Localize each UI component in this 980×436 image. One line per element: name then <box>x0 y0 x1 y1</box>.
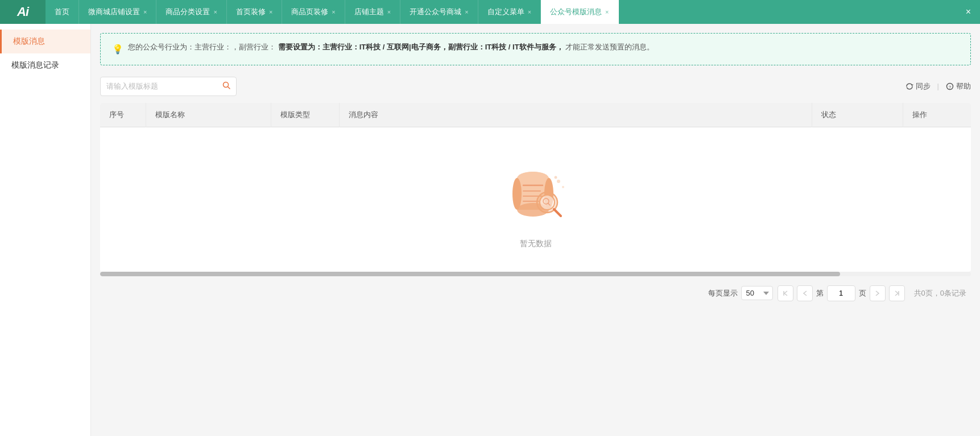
nav-item-custom-menu-label: 自定义菜单 <box>487 7 524 17</box>
nav-item-open-mall[interactable]: 开通公众号商城 × <box>400 0 478 24</box>
nav-item-home-decoration-close[interactable]: × <box>269 9 272 15</box>
search-input-wrap[interactable] <box>100 77 237 96</box>
sidebar: 模版消息 模版消息记录 <box>0 24 91 436</box>
col-seq: 序号 <box>100 103 146 127</box>
nav-item-custom-menu[interactable]: 自定义菜单 × <box>478 0 541 24</box>
nav-item-product-page-close[interactable]: × <box>332 9 335 15</box>
col-type: 模版类型 <box>271 103 339 127</box>
notice-prefix: 您的公众号行业为：主营行业：，副营行业： <box>128 43 276 51</box>
main-layout: 模版消息 模版消息记录 💡 您的公众号行业为：主营行业：，副营行业： 需要设置为… <box>0 24 980 436</box>
sidebar-item-template-msg[interactable]: 模版消息 <box>0 30 90 53</box>
content-area: 💡 您的公众号行业为：主营行业：，副营行业： 需要设置为：主营行业：IT科技 /… <box>91 24 980 436</box>
empty-text: 暂无数据 <box>100 239 971 249</box>
nav-item-open-mall-label: 开通公众号商城 <box>410 7 461 17</box>
sync-button[interactable]: 同步 <box>905 81 931 92</box>
svg-point-15 <box>540 195 555 210</box>
page-navigation: 第 页 <box>778 285 905 301</box>
toolbar-right: 同步 | ? 帮助 <box>905 81 971 92</box>
page-label-post: 页 <box>859 288 866 298</box>
sidebar-item-template-msg-log[interactable]: 模版消息记录 <box>0 53 90 77</box>
sidebar-item-template-msg-log-label: 模版消息记录 <box>11 60 59 69</box>
empty-state: 暂无数据 <box>100 127 971 272</box>
prev-page-button[interactable] <box>797 285 813 301</box>
nav-item-product-page-label: 商品页装修 <box>291 7 328 17</box>
pagination: 每页显示 50 10 20 100 第 页 <box>100 276 971 310</box>
notice-box: 💡 您的公众号行业为：主营行业：，副营行业： 需要设置为：主营行业：IT科技 /… <box>100 33 971 65</box>
svg-point-7 <box>517 172 549 185</box>
nav-item-product-category-close[interactable]: × <box>213 9 217 15</box>
per-page-select[interactable]: 50 10 20 100 <box>741 286 773 300</box>
global-close-button[interactable]: × <box>957 0 980 24</box>
next-page-button[interactable] <box>870 285 886 301</box>
col-action: 操作 <box>903 103 971 127</box>
nav-item-shop-theme[interactable]: 店铺主题 × <box>345 0 400 24</box>
nav-item-shop-theme-label: 店铺主题 <box>354 7 384 17</box>
sidebar-item-template-msg-label: 模版消息 <box>13 36 45 45</box>
empty-state-row: 暂无数据 <box>100 127 971 272</box>
last-page-button[interactable] <box>889 285 905 301</box>
horizontal-scrollbar[interactable] <box>100 272 971 276</box>
search-input[interactable] <box>106 82 219 90</box>
logo: Ai <box>0 0 46 24</box>
page-number-input[interactable] <box>827 285 855 301</box>
notice-suffix: 才能正常发送预置的消息。 <box>565 43 654 51</box>
nav-item-shop-theme-close[interactable]: × <box>387 9 391 15</box>
page-size-select: 每页显示 50 10 20 100 <box>708 286 773 300</box>
notice-text: 您的公众号行业为：主营行业：，副营行业： 需要设置为：主营行业：IT科技 / 互… <box>128 41 959 53</box>
scrollbar-thumb[interactable] <box>100 272 840 276</box>
first-page-button[interactable] <box>778 285 793 301</box>
help-label: 帮助 <box>956 81 971 92</box>
nav-item-home-decoration-label: 首页装修 <box>236 7 266 17</box>
svg-line-16 <box>554 209 561 216</box>
svg-line-1 <box>228 87 230 89</box>
notice-highlight: 需要设置为：主营行业：IT科技 / 互联网|电子商务，副营行业：IT科技 / I… <box>278 43 564 51</box>
svg-text:?: ? <box>949 85 952 90</box>
nav-item-wechat-shop[interactable]: 微商城店铺设置 × <box>79 0 156 24</box>
data-table: 序号 模版名称 模版类型 消息内容 状态 操作 <box>100 103 971 272</box>
nav-item-product-category-label: 商品分类设置 <box>166 7 210 17</box>
nav-item-wechat-shop-label: 微商城店铺设置 <box>88 7 140 17</box>
col-status: 状态 <box>812 103 903 127</box>
nav-item-custom-menu-close[interactable]: × <box>528 9 531 15</box>
help-button[interactable]: ? 帮助 <box>946 81 971 92</box>
svg-point-19 <box>557 180 560 183</box>
sync-label: 同步 <box>916 81 931 92</box>
nav-item-template-msg[interactable]: 公众号模版消息 × <box>541 0 618 24</box>
col-name: 模版名称 <box>146 103 271 127</box>
total-info: 共0页，0条记录 <box>914 288 966 298</box>
svg-point-20 <box>562 186 564 188</box>
page-input-group: 第 页 <box>816 285 866 301</box>
nav-item-open-mall-close[interactable]: × <box>465 9 468 15</box>
nav-item-home[interactable]: 首页 <box>46 0 79 24</box>
nav-item-template-msg-label: 公众号模版消息 <box>550 7 602 17</box>
nav-item-product-category[interactable]: 商品分类设置 × <box>156 0 226 24</box>
nav-item-home-label: 首页 <box>55 7 69 17</box>
empty-state-cell: 暂无数据 <box>100 127 971 272</box>
nav-item-product-page[interactable]: 商品页装修 × <box>282 0 345 24</box>
notice-icon: 💡 <box>112 42 123 57</box>
toolbar-divider: | <box>937 82 939 90</box>
page-label-pre: 第 <box>816 288 824 298</box>
nav-item-template-msg-close[interactable]: × <box>605 9 609 15</box>
svg-point-21 <box>554 176 557 178</box>
per-page-label: 每页显示 <box>708 288 738 298</box>
search-bar: 同步 | ? 帮助 <box>100 77 971 96</box>
col-content: 消息内容 <box>339 103 812 127</box>
nav-item-home-decoration[interactable]: 首页装修 × <box>227 0 282 24</box>
table-header-row: 序号 模版名称 模版类型 消息内容 状态 操作 <box>100 103 971 127</box>
nav-item-wechat-shop-close[interactable]: × <box>143 9 147 15</box>
search-button[interactable] <box>222 81 230 91</box>
empty-illustration <box>502 161 570 230</box>
svg-point-8 <box>512 178 522 210</box>
top-navigation: Ai 首页 微商城店铺设置 × 商品分类设置 × 首页装修 × 商品页装修 × … <box>0 0 980 24</box>
